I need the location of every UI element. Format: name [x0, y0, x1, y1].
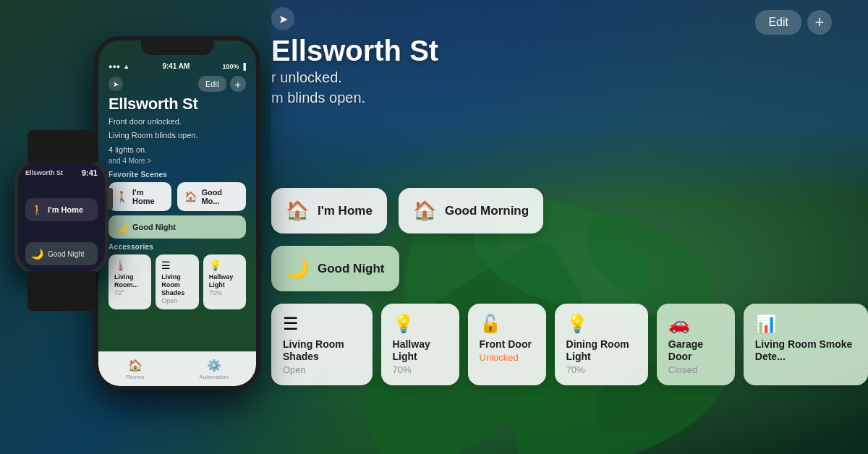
bg-scene-good-morning-icon: 🏠 — [413, 200, 436, 222]
iphone-status-bar: ●●● ▲ 9:41 AM 100% ▐ — [109, 62, 246, 70]
bg-acc-hallway-name: Hallway Light — [393, 338, 448, 363]
iphone-location-icon: ➤ — [109, 77, 123, 91]
iphone-rooms-label: Rooms — [126, 374, 144, 380]
bg-acc-hallway-status: 70% — [393, 364, 448, 375]
bg-edit-button[interactable]: Edit — [755, 10, 801, 35]
iphone-acc-therm-name: Living Room... — [114, 273, 145, 289]
iphone-good-night-label: Good Night — [132, 223, 176, 231]
iphone-signal-bars: ●●● — [109, 63, 120, 70]
iphone-scene-home-label: I'm Home — [132, 188, 164, 205]
watch-ui: Ellsworth St 9:41 🚶 I'm Home 🌙 Good Nigh… — [18, 163, 105, 271]
watch-time: 9:41 — [82, 168, 98, 177]
iphone-acc-shades[interactable]: ☰ Living Room Shades Open — [156, 254, 198, 309]
bg-location-icon: ➤ — [271, 7, 294, 30]
bg-acc-shades-name: Living Room Shades — [283, 338, 361, 363]
iphone-acc-light-status: 70% — [209, 289, 240, 296]
iphone-wifi-icon: ▲ — [123, 63, 129, 70]
bg-acc-hallway-icon: 💡 — [393, 314, 448, 334]
iphone-battery-pct: 100% — [223, 63, 239, 70]
bg-scene-card-good-morning[interactable]: 🏠 Good Morning — [399, 188, 543, 234]
watch-scene-home-label: I'm Home — [48, 205, 83, 214]
iphone-more-link[interactable]: and 4 More > — [109, 157, 246, 165]
iphone-acc-light-name: Hallway Light — [209, 273, 240, 289]
iphone-automation-label: Automation — [199, 374, 228, 380]
iphone-scenes-label: Favorite Scenes — [109, 171, 246, 179]
watch-crown — [108, 188, 113, 210]
watch-location: Ellsworth St — [25, 169, 63, 176]
bg-scene-cards: 🏠 I'm Home 🏠 Good Morning — [271, 188, 543, 234]
bg-subtitle-line2: m blinds open. — [271, 87, 438, 108]
watch-scene-night-label: Good Night — [48, 250, 85, 258]
watch-scene-home-icon: 🚶 — [31, 204, 43, 215]
bg-scene-im-home-label: I'm Home — [318, 204, 373, 218]
iphone: ●●● ▲ 9:41 AM 100% ▐ ➤ Edit + Ellsworth … — [94, 36, 260, 390]
apple-watch: Ellsworth St 9:41 🚶 I'm Home 🌙 Good Nigh… — [14, 159, 109, 275]
iphone-battery-icon: ▐ — [242, 63, 246, 70]
iphone-acc-shades-icon: ☰ — [161, 260, 192, 271]
iphone-edit-button[interactable]: Edit — [198, 76, 226, 92]
bg-acc-dining-status: 70% — [566, 364, 637, 375]
iphone-tab-rooms[interactable]: 🏠 Rooms — [126, 359, 144, 380]
watch-scene-night-icon: 🌙 — [31, 248, 43, 260]
bg-good-night-icon: 🌙 — [286, 257, 309, 280]
iphone-battery: 100% ▐ — [223, 63, 246, 70]
bg-acc-smoke-name: Living Room Smoke Dete... — [755, 338, 856, 363]
iphone-scene-home-icon: 🚶 — [116, 191, 128, 202]
bg-good-night-label: Good Night — [318, 262, 385, 276]
watch-band-top — [27, 130, 95, 163]
iphone-acc-light-icon: 💡 — [209, 260, 240, 271]
watch-band-bottom — [27, 271, 95, 311]
bg-acc-garage-icon: 🚗 — [668, 314, 723, 334]
bg-acc-living-room-shades[interactable]: ☰ Living Room Shades Open — [271, 304, 373, 385]
bg-acc-smoke[interactable]: 📊 Living Room Smoke Dete... — [744, 304, 868, 385]
iphone-signal: ●●● ▲ — [109, 63, 129, 70]
bg-text-overlay: ➤ Ellsworth St r unlocked. m blinds open… — [271, 7, 438, 108]
iphone-rooms-icon: 🏠 — [128, 359, 142, 372]
bg-acc-front-door[interactable]: 🔓 Front Door Unlocked — [468, 304, 546, 385]
iphone-acc-therm-status: 72° — [114, 289, 145, 296]
iphone-scene-good-morning[interactable]: 🏠 Good Mo... — [177, 182, 246, 211]
watch-scene-good-night[interactable]: 🌙 Good Night — [25, 242, 98, 265]
watch-screen: Ellsworth St 9:41 🚶 I'm Home 🌙 Good Nigh… — [18, 163, 105, 271]
iphone-title: Ellsworth St — [109, 95, 246, 113]
bg-acc-shades-status: Open — [283, 364, 361, 375]
bg-acc-dining-icon: 💡 — [566, 314, 637, 334]
iphone-desc-line1: Front door unlocked. — [109, 116, 246, 127]
bg-acc-garage[interactable]: 🚗 Garage Door Closed — [657, 304, 735, 385]
iphone-scene-morning-label: Good Mo... — [201, 188, 239, 205]
bg-acc-door-name: Front Door — [480, 338, 535, 351]
iphone-add-button[interactable]: + — [230, 76, 246, 92]
iphone-tabbar: 🏠 Rooms ⚙️ Automation — [98, 351, 256, 386]
bg-acc-dining-light[interactable]: 💡 Dining Room Light 70% — [555, 304, 648, 385]
iphone-desc-line2: Living Room blinds open. — [109, 130, 246, 141]
bg-edit-row: Edit + — [755, 10, 832, 35]
bg-add-button[interactable]: + — [807, 10, 832, 35]
iphone-good-night-card[interactable]: 🌙 Good Night — [109, 215, 246, 239]
watch-header: Ellsworth St 9:41 — [25, 168, 98, 177]
bg-good-night-card[interactable]: 🌙 Good Night — [271, 246, 399, 291]
watch-scene-im-home[interactable]: 🚶 I'm Home — [25, 198, 98, 221]
iphone-acc-shades-status: Open — [161, 297, 192, 304]
iphone-accessories-label: Accessories — [109, 243, 246, 251]
bg-acc-shades-icon: ☰ — [283, 314, 361, 334]
bg-scene-card-im-home[interactable]: 🏠 I'm Home — [271, 188, 387, 234]
bg-acc-dining-name: Dining Room Light — [566, 338, 637, 363]
bg-acc-door-icon: 🔓 — [480, 314, 535, 334]
bg-acc-garage-name: Garage Door — [668, 338, 723, 363]
bg-title: Ellsworth St — [271, 35, 438, 67]
iphone-scene-im-home[interactable]: 🚶 I'm Home — [109, 182, 171, 211]
iphone-acc-therm-icon: 🌡️ — [114, 260, 145, 271]
bg-scene-im-home-icon: 🏠 — [286, 200, 309, 222]
bg-accessories: ☰ Living Room Shades Open 💡 Hallway Ligh… — [271, 304, 868, 385]
iphone-tab-automation[interactable]: ⚙️ Automation — [199, 359, 228, 380]
iphone-good-night-icon: 🌙 — [116, 221, 128, 233]
iphone-acc-thermostat[interactable]: 🌡️ Living Room... 72° — [109, 254, 151, 309]
iphone-screen: ●●● ▲ 9:41 AM 100% ▐ ➤ Edit + Ellsworth … — [98, 40, 256, 386]
iphone-accessories-row: 🌡️ Living Room... 72° ☰ Living Room Shad… — [109, 254, 246, 309]
iphone-acc-light[interactable]: 💡 Hallway Light 70% — [203, 254, 246, 309]
iphone-automation-icon: ⚙️ — [207, 359, 221, 372]
bg-subtitle-line1: r unlocked. — [271, 67, 438, 87]
iphone-scenes-row: 🚶 I'm Home 🏠 Good Mo... — [109, 182, 246, 211]
iphone-notch — [141, 40, 213, 55]
bg-acc-hallway-light[interactable]: 💡 Hallway Light 70% — [381, 304, 459, 385]
